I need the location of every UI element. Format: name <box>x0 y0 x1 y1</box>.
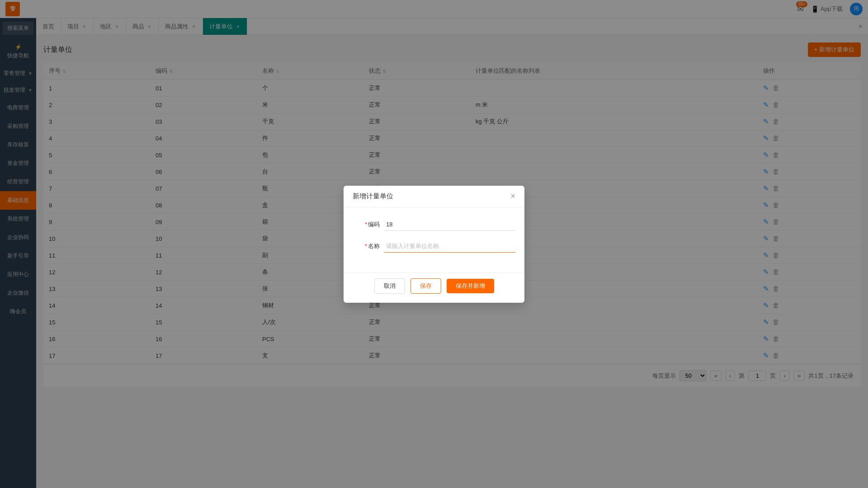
modal-close-button[interactable]: × <box>510 192 515 200</box>
modal-footer: 取消 保存 保存并新增 <box>344 272 524 303</box>
cancel-button[interactable]: 取消 <box>374 278 405 294</box>
modal-overlay[interactable]: 新增计量单位 × *编码 *名称 取消 保存 保存并新增 <box>0 0 868 488</box>
name-form-row: *名称 <box>353 240 515 253</box>
name-label: *名称 <box>353 242 380 250</box>
save-and-new-button[interactable]: 保存并新增 <box>447 279 494 293</box>
required-star-code: * <box>365 221 367 228</box>
modal-header: 新增计量单位 × <box>344 186 524 207</box>
modal-title: 新增计量单位 <box>353 192 393 201</box>
code-input[interactable] <box>384 218 515 231</box>
save-button[interactable]: 保存 <box>410 278 441 294</box>
modal-body: *编码 *名称 <box>344 207 524 272</box>
required-star-name: * <box>365 243 367 249</box>
add-unit-modal: 新增计量单位 × *编码 *名称 取消 保存 保存并新增 <box>344 186 524 303</box>
name-input[interactable] <box>384 240 515 253</box>
code-label: *编码 <box>353 221 380 229</box>
code-form-row: *编码 <box>353 218 515 231</box>
